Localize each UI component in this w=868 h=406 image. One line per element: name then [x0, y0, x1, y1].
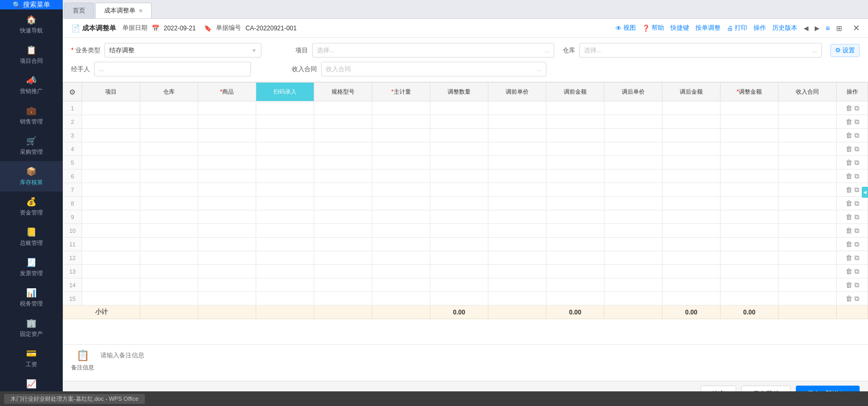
tab-cost-adjust[interactable]: 成本调整单 ✕: [95, 3, 152, 18]
table-row[interactable]: 7🗑⧉: [63, 183, 868, 197]
table-cell[interactable]: [488, 142, 546, 156]
table-cell[interactable]: [140, 197, 198, 210]
table-cell[interactable]: [488, 265, 546, 278]
window-close-btn[interactable]: ✕: [853, 23, 860, 33]
table-cell[interactable]: [430, 238, 488, 251]
table-row[interactable]: 11🗑⧉: [63, 238, 868, 251]
copy-icon[interactable]: ⧉: [854, 199, 859, 208]
history-btn[interactable]: 历史版本: [772, 24, 797, 32]
settings-button[interactable]: ⚙ 设置: [830, 44, 860, 57]
table-cell[interactable]: [82, 265, 140, 278]
table-cell[interactable]: [663, 238, 721, 251]
table-cell[interactable]: [82, 197, 140, 210]
copy-icon[interactable]: ⧉: [854, 295, 859, 303]
table-cell[interactable]: [430, 156, 488, 170]
table-cell[interactable]: [140, 265, 198, 278]
table-cell[interactable]: [779, 183, 837, 197]
table-cell[interactable]: [488, 102, 546, 115]
table-cell[interactable]: [604, 224, 663, 238]
table-cell[interactable]: [604, 278, 663, 292]
table-cell[interactable]: [430, 251, 488, 265]
table-cell[interactable]: [430, 129, 488, 142]
table-cell[interactable]: [604, 292, 663, 306]
table-cell[interactable]: [372, 183, 430, 197]
table-cell[interactable]: [779, 197, 837, 210]
sidebar-item-capital-mgmt[interactable]: 💰 资金管理: [0, 191, 63, 222]
table-cell[interactable]: [721, 238, 779, 251]
help-btn[interactable]: ❓ 帮助: [642, 24, 664, 32]
table-cell[interactable]: [256, 183, 314, 197]
copy-icon[interactable]: ⧉: [854, 118, 859, 126]
table-cell[interactable]: [256, 238, 314, 251]
table-cell[interactable]: 🗑⧉: [837, 224, 868, 238]
table-cell[interactable]: 🗑⧉: [837, 142, 868, 156]
list-view-icon[interactable]: ≡: [826, 24, 830, 32]
table-cell[interactable]: [488, 115, 546, 129]
table-cell[interactable]: [430, 224, 488, 238]
table-cell[interactable]: [372, 197, 430, 210]
table-cell[interactable]: [82, 142, 140, 156]
table-cell[interactable]: [430, 265, 488, 278]
table-cell[interactable]: [663, 102, 721, 115]
table-cell[interactable]: [721, 156, 779, 170]
table-cell[interactable]: [314, 142, 372, 156]
table-cell[interactable]: [82, 129, 140, 142]
table-cell[interactable]: [256, 197, 314, 210]
table-cell[interactable]: 🗑⧉: [837, 292, 868, 306]
table-cell[interactable]: [663, 115, 721, 129]
delete-icon[interactable]: 🗑: [846, 145, 852, 153]
table-cell[interactable]: [663, 251, 721, 265]
table-cell[interactable]: [546, 224, 604, 238]
table-cell[interactable]: [779, 265, 837, 278]
table-cell[interactable]: [198, 278, 256, 292]
table-cell[interactable]: [372, 156, 430, 170]
table-cell[interactable]: [256, 224, 314, 238]
table-cell[interactable]: [779, 278, 837, 292]
batch-adjust-btn[interactable]: 按单调整: [695, 24, 721, 32]
sidebar-item-ledger-mgmt[interactable]: 📒 总账管理: [0, 222, 63, 252]
sidebar-item-marketing[interactable]: 📣 营销推广: [0, 70, 63, 100]
table-cell[interactable]: [721, 197, 779, 210]
table-cell[interactable]: [140, 251, 198, 265]
copy-icon[interactable]: ⧉: [854, 281, 859, 289]
table-cell[interactable]: 🗑⧉: [837, 251, 868, 265]
table-cell[interactable]: 🗑⧉: [837, 170, 868, 183]
delete-icon[interactable]: 🗑: [846, 281, 852, 289]
table-cell[interactable]: [604, 265, 663, 278]
table-cell[interactable]: [430, 183, 488, 197]
table-cell[interactable]: [546, 238, 604, 251]
right-indicator[interactable]: ◀: [862, 187, 868, 198]
table-cell[interactable]: [779, 224, 837, 238]
table-cell[interactable]: [82, 183, 140, 197]
table-cell[interactable]: [314, 129, 372, 142]
table-cell[interactable]: [314, 292, 372, 306]
copy-icon[interactable]: ⧉: [854, 254, 859, 262]
table-cell[interactable]: [82, 238, 140, 251]
table-cell[interactable]: [314, 210, 372, 224]
delete-icon[interactable]: 🗑: [846, 240, 852, 248]
table-cell[interactable]: 🗑⧉: [837, 129, 868, 142]
table-cell[interactable]: [256, 129, 314, 142]
sidebar-item-quick-nav[interactable]: 🏠 快速导航: [0, 9, 63, 40]
business-type-input[interactable]: 结存调整 ▼: [105, 43, 261, 58]
table-cell[interactable]: [140, 183, 198, 197]
copy-icon[interactable]: ⧉: [854, 172, 859, 181]
table-cell[interactable]: 🗑⧉: [837, 238, 868, 251]
table-cell[interactable]: [82, 292, 140, 306]
table-cell[interactable]: [546, 210, 604, 224]
copy-icon[interactable]: ⧉: [854, 186, 859, 194]
table-cell[interactable]: [488, 197, 546, 210]
sidebar-item-purchase-mgmt[interactable]: 🛒 采购管理: [0, 131, 63, 161]
table-cell[interactable]: [430, 197, 488, 210]
table-cell[interactable]: [140, 102, 198, 115]
table-cell[interactable]: [546, 156, 604, 170]
table-cell[interactable]: [779, 129, 837, 142]
table-cell[interactable]: [430, 102, 488, 115]
table-cell[interactable]: [663, 292, 721, 306]
table-cell[interactable]: [198, 142, 256, 156]
table-cell[interactable]: [779, 292, 837, 306]
table-cell[interactable]: [256, 115, 314, 129]
table-cell[interactable]: [198, 292, 256, 306]
table-cell[interactable]: [488, 129, 546, 142]
notes-input[interactable]: [100, 349, 860, 366]
